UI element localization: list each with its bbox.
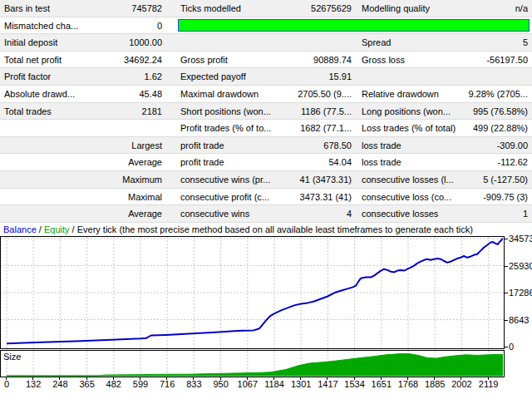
table-row: Maximumconsecutive wins (pr...41 (3473.3… xyxy=(0,171,532,189)
stat-label: Expected payoff xyxy=(165,68,246,85)
x-axis-label: 1768 xyxy=(394,379,422,389)
stat-value: 15.91 xyxy=(328,68,353,85)
stat-value: 678.50 xyxy=(323,137,353,154)
x-axis-label: 1885 xyxy=(421,379,449,389)
x-axis-label: 365 xyxy=(73,379,101,389)
stat-label: Maximal drawdown xyxy=(165,86,259,102)
stat-label: Initial deposit xyxy=(0,34,57,51)
stat-label xyxy=(0,205,4,222)
stat-value: 1682 (77.1... xyxy=(300,120,353,136)
table-cell-pair: Loss trades (% of total)499 (22.88%) xyxy=(353,120,532,136)
x-axis-label: 716 xyxy=(153,379,181,389)
stat-value: 90889.74 xyxy=(313,52,353,68)
table-row: Largestprofit trade678.50loss trade-309.… xyxy=(0,137,532,155)
size-label: Size xyxy=(3,352,21,362)
stat-value: 9.28% (2705... xyxy=(468,86,532,102)
y-axis-label: 25930 xyxy=(509,261,532,271)
table-cell-pair: Mismatched cha...0 xyxy=(0,17,165,34)
y-axis-label: 8643 xyxy=(509,315,532,325)
stat-label xyxy=(0,154,4,170)
stat-label: Long positions (won... xyxy=(353,103,451,120)
stat-value: 54.04 xyxy=(328,154,353,170)
y-axis-tick xyxy=(505,320,508,321)
table-cell-pair: Ticks modelled52675629 xyxy=(165,0,353,17)
stat-value: 4 xyxy=(347,205,353,222)
y-axis-tick xyxy=(505,347,508,347)
stat-label: Mismatched cha... xyxy=(0,17,78,34)
stat-value: 995 (76.58%) xyxy=(473,103,532,120)
stat-value: -112.62 xyxy=(498,154,532,170)
y-axis-label: 34573 xyxy=(509,234,532,244)
stat-label: Relative drawdown xyxy=(353,86,439,102)
table-cell-pair: Long positions (won...995 (76.58%) xyxy=(353,103,532,120)
stat-value: -909.75 (3) xyxy=(483,189,532,205)
stat-value: 1000.00 xyxy=(129,34,165,51)
table-cell-pair: Maximum xyxy=(0,171,165,188)
size-area-svg xyxy=(1,351,504,377)
stat-label: Profit factor xyxy=(0,68,51,85)
stat-value: 745782 xyxy=(131,0,165,17)
stat-label: consecutive losses (l... xyxy=(353,171,454,188)
stat-label: loss trade xyxy=(353,154,401,170)
table-cell-pair: consecutive losses1 xyxy=(353,205,532,222)
table-row: Total net profit34692.24Gross profit9088… xyxy=(0,52,532,69)
stat-label xyxy=(0,120,4,136)
table-cell-pair: Gross profit90889.74 xyxy=(165,52,353,68)
x-axis-label: 1417 xyxy=(313,379,342,389)
stat-value: Average xyxy=(128,205,165,222)
table-cell-pair: Total net profit34692.24 xyxy=(0,52,165,68)
results-table: Bars in test745782Ticks modelled52675629… xyxy=(0,0,532,223)
table-cell-pair: loss trade-112.62 xyxy=(353,154,532,170)
x-axis-label: 950 xyxy=(207,379,235,389)
stat-label: consecutive loss (co... xyxy=(353,189,451,205)
x-axis-label: 1067 xyxy=(234,379,262,389)
table-row: Averageprofit trade54.04loss trade-112.6… xyxy=(0,154,532,171)
stat-label: consecutive profit (c... xyxy=(165,189,269,205)
x-axis-label: 599 xyxy=(126,379,155,389)
legend-method: Every tick (the most precise method base… xyxy=(77,224,473,234)
table-cell-pair: Profit factor1.62 xyxy=(0,68,165,85)
table-row: Profit factor1.62Expected payoff15.91 xyxy=(0,68,532,86)
modelling-quality-bar xyxy=(178,19,530,32)
x-axis-label: 833 xyxy=(180,379,208,389)
table-cell-pair: consecutive losses (l...5 (-127.50) xyxy=(353,171,532,188)
table-cell-pair: profit trade678.50 xyxy=(165,137,353,154)
y-axis-label: 17286 xyxy=(509,288,532,298)
stat-value: 0 xyxy=(157,17,165,34)
x-axis-label: 132 xyxy=(19,379,47,389)
x-axis-label: 2119 xyxy=(475,379,503,389)
stat-value: n/a xyxy=(515,0,532,17)
stat-label: Short positions (won... xyxy=(165,103,271,120)
balance-curve-svg xyxy=(1,237,504,348)
size-area xyxy=(7,354,503,376)
balance-line xyxy=(7,239,503,344)
table-cell-pair: profit trade54.04 xyxy=(165,154,353,170)
table-cell-pair: Absolute drawd...45.48 xyxy=(0,86,165,102)
table-cell-pair xyxy=(0,120,165,136)
stat-label: Profit trades (% of to... xyxy=(165,120,271,136)
stat-label: Ticks modelled xyxy=(165,0,241,17)
stat-value: Average xyxy=(128,154,165,170)
stat-label: Gross profit xyxy=(165,52,228,68)
legend-separator: / xyxy=(37,224,44,234)
stat-label: Gross loss xyxy=(353,52,405,68)
stat-label: profit trade xyxy=(165,154,224,170)
table-cell-pair: consecutive wins (pr...41 (3473.31) xyxy=(165,171,353,188)
table-cell-pair: Total trades2181 xyxy=(0,103,165,120)
y-axis-tick xyxy=(505,293,508,293)
legend-separator: / xyxy=(70,224,77,234)
y-axis-tick xyxy=(505,239,508,239)
y-axis-tick xyxy=(505,266,508,267)
x-axis-label: 0 xyxy=(0,379,21,389)
stat-value xyxy=(528,68,532,85)
stat-value: 5 (-127.50) xyxy=(483,171,532,188)
stat-label xyxy=(0,137,4,154)
x-axis-label: 2002 xyxy=(447,379,475,389)
table-cell-pair: Spread5 xyxy=(353,34,532,51)
size-chart[interactable] xyxy=(0,350,505,377)
x-axis-label: 1301 xyxy=(287,379,315,389)
stat-label: Total net profit xyxy=(0,52,62,68)
stat-label: loss trade xyxy=(353,137,401,154)
balance-chart[interactable] xyxy=(0,236,505,349)
stat-label: Absolute drawd... xyxy=(0,86,75,102)
